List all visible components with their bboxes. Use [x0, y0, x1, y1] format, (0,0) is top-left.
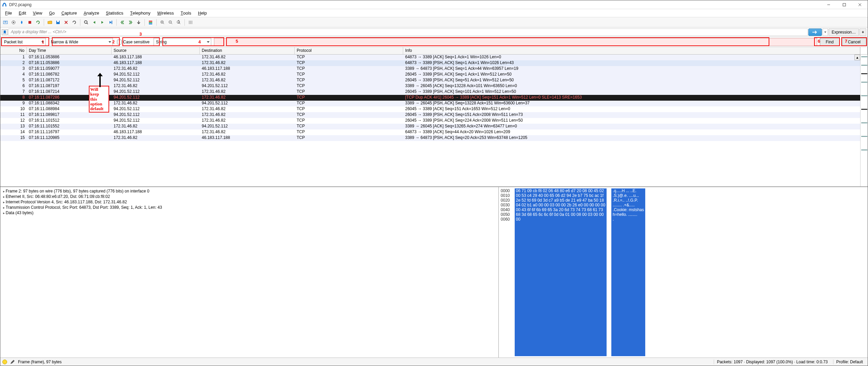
- menu-capture[interactable]: Capture: [58, 9, 80, 17]
- goto-packet-icon[interactable]: [107, 19, 114, 26]
- svg-rect-36: [861, 82, 867, 83]
- colorize-icon[interactable]: [147, 19, 154, 26]
- search-type-combo[interactable]: String: [154, 38, 211, 46]
- display-filter-input[interactable]: Apply a display filter ... <Ctrl-/>: [8, 28, 808, 36]
- packet-list-header: No Day Time Source Destination Protocol …: [0, 47, 868, 55]
- case-sensitive-checkbox[interactable]: Case sensitive: [116, 38, 151, 46]
- scroll-up-icon[interactable]: ▲: [854, 55, 860, 60]
- search-scope-combo[interactable]: Packet list: [2, 38, 46, 46]
- tree-item[interactable]: Frame 2: 97 bytes on wire (776 bits), 97…: [3, 188, 496, 194]
- table-row[interactable]: 407:16:11.08678294.201.52.112172.31.46.8…: [0, 72, 860, 78]
- search-width-combo[interactable]: Narrow & Wide: [48, 38, 113, 46]
- stop-capture-icon[interactable]: [26, 19, 34, 26]
- find-icon[interactable]: [82, 19, 90, 26]
- col-src[interactable]: Source: [112, 47, 200, 54]
- minimize-button[interactable]: [821, 0, 836, 9]
- svg-rect-34: [861, 65, 867, 66]
- find-bar: Packet list Narrow & Wide Case sensitive…: [0, 37, 868, 47]
- svg-rect-41: [861, 149, 867, 150]
- col-no[interactable]: No: [0, 47, 27, 54]
- status-profile[interactable]: Profile: Default: [833, 360, 866, 364]
- interfaces-icon[interactable]: [2, 19, 9, 26]
- col-proto[interactable]: Protocol: [295, 47, 403, 54]
- packet-minimap[interactable]: [860, 55, 868, 186]
- annotation-3: 3: [139, 32, 142, 37]
- menu-statistics[interactable]: Statistics: [102, 9, 126, 17]
- table-row[interactable]: 907:16:11.088342172.31.46.8294.201.52.11…: [0, 101, 860, 106]
- go-last-icon[interactable]: [127, 19, 134, 26]
- svg-line-15: [87, 23, 88, 24]
- menu-go[interactable]: Go: [46, 9, 58, 17]
- table-row[interactable]: 207:16:11.05388646.183.117.188172.31.46.…: [0, 60, 860, 66]
- go-back-icon[interactable]: [91, 19, 98, 26]
- menu-telephony[interactable]: Telephony: [127, 9, 154, 17]
- svg-rect-19: [149, 23, 152, 24]
- auto-scroll-icon[interactable]: [135, 19, 142, 26]
- save-icon[interactable]: [54, 19, 62, 26]
- svg-rect-18: [149, 22, 152, 23]
- zoom-out-icon[interactable]: [167, 19, 174, 26]
- packet-bytes-hex[interactable]: 0000001000200030004000500060 06 71 09 cb…: [499, 187, 868, 358]
- case-checkbox[interactable]: [117, 40, 122, 44]
- table-row[interactable]: 1307:16:11.101552172.31.46.8294.201.52.1…: [0, 124, 860, 129]
- maximize-button[interactable]: [836, 0, 852, 9]
- annotation-1: 1: [42, 39, 44, 44]
- close-button[interactable]: [852, 0, 868, 9]
- svg-line-23: [163, 23, 164, 24]
- col-dst[interactable]: Destination: [200, 47, 295, 54]
- tree-item[interactable]: Transmission Control Protocol, Src Port:…: [3, 205, 496, 210]
- filter-history-dropdown[interactable]: [823, 28, 828, 36]
- annotation-7: 7: [845, 39, 847, 44]
- tree-item[interactable]: Ethernet II, Src: 06:48:80:e6:d7:20, Dst…: [3, 194, 496, 199]
- find-button[interactable]: Find: [820, 38, 839, 46]
- menu-file[interactable]: File: [2, 9, 15, 17]
- expression-button[interactable]: Expression…: [829, 28, 859, 36]
- table-row[interactable]: 307:16:11.059077172.31.46.8246.183.117.1…: [0, 66, 860, 72]
- table-row[interactable]: 1007:16:11.08898494.201.52.112172.31.46.…: [0, 106, 860, 112]
- apply-filter-button[interactable]: [808, 28, 822, 36]
- resize-columns-icon[interactable]: [187, 19, 194, 26]
- menu-help[interactable]: Help: [195, 9, 210, 17]
- go-first-icon[interactable]: [119, 19, 126, 26]
- menu-analyze[interactable]: Analyze: [80, 9, 103, 17]
- annotation-arrow-icon: [96, 72, 104, 88]
- search-input[interactable]: [214, 38, 817, 46]
- table-row[interactable]: 1207:16:11.10151294.201.52.112172.31.46.…: [0, 118, 860, 124]
- reload-icon[interactable]: [71, 19, 78, 26]
- table-row[interactable]: 1407:16:11.11679746.183.117.188172.31.46…: [0, 129, 860, 135]
- col-time[interactable]: Day Time: [27, 47, 112, 54]
- tree-item[interactable]: Internet Protocol Version 4, Src: 46.183…: [3, 199, 496, 205]
- table-row[interactable]: 1107:16:11.08981794.201.52.112172.31.46.…: [0, 112, 860, 118]
- bookmark-filter-icon[interactable]: [2, 29, 8, 35]
- svg-rect-38: [861, 109, 867, 110]
- go-forward-icon[interactable]: [99, 19, 106, 26]
- edit-icon[interactable]: [10, 359, 15, 365]
- table-row[interactable]: 707:16:11.08721494.201.52.112172.31.46.8…: [0, 89, 860, 95]
- table-row[interactable]: 607:16:11.087197172.31.46.8294.201.52.11…: [0, 83, 860, 89]
- options-icon[interactable]: [10, 19, 17, 26]
- svg-rect-33: [861, 56, 867, 57]
- close-file-icon[interactable]: [62, 19, 70, 26]
- add-filter-button[interactable]: +: [860, 28, 866, 36]
- app-icon: [2, 2, 7, 7]
- col-info[interactable]: Info: [403, 47, 860, 54]
- menu-edit[interactable]: Edit: [15, 9, 29, 17]
- zoom-reset-icon[interactable]: 1: [175, 19, 182, 26]
- menu-view[interactable]: View: [29, 9, 46, 17]
- packet-rows[interactable]: 107:16:11.05388646.183.117.188172.31.46.…: [0, 55, 860, 186]
- start-capture-icon[interactable]: [18, 19, 25, 26]
- table-row[interactable]: 107:16:11.05388646.183.117.188172.31.46.…: [0, 55, 860, 60]
- tree-item[interactable]: Data (43 bytes): [3, 210, 496, 216]
- svg-rect-1: [843, 3, 846, 6]
- zoom-in-icon[interactable]: [159, 19, 166, 26]
- expert-info-led[interactable]: [2, 360, 7, 364]
- open-file-icon[interactable]: [46, 19, 54, 26]
- menu-tools[interactable]: Tools: [177, 9, 195, 17]
- packet-details-tree[interactable]: Frame 2: 97 bytes on wire (776 bits), 97…: [0, 187, 499, 358]
- table-row[interactable]: 807:16:11.08728694.201.52.112172.31.46.8…: [0, 95, 860, 101]
- table-row[interactable]: 1507:16:11.120985172.31.46.8246.183.117.…: [0, 135, 860, 141]
- status-packets: Packets: 1097 · Displayed: 1097 (100.0%)…: [714, 360, 830, 364]
- table-row[interactable]: 507:16:11.08717294.201.52.112172.31.46.8…: [0, 78, 860, 83]
- restart-capture-icon[interactable]: [34, 19, 42, 26]
- menu-wireless[interactable]: Wireless: [154, 9, 177, 17]
